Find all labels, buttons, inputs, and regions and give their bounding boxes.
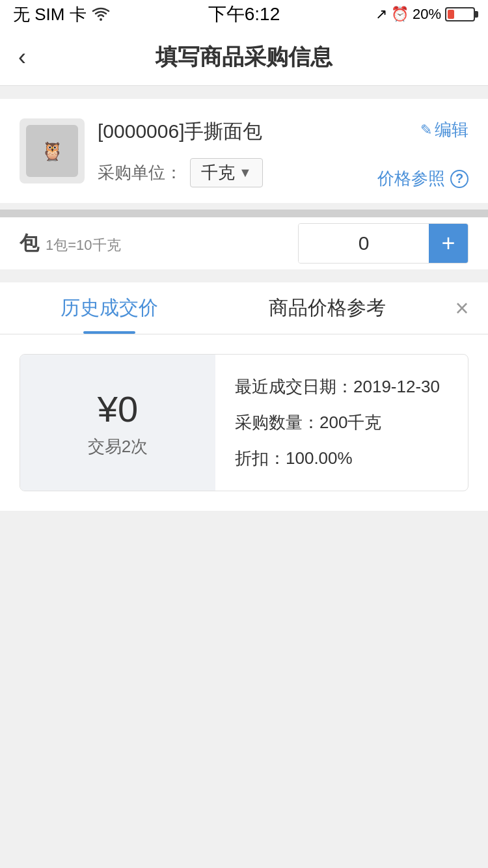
price-ref-button[interactable]: 价格参照 ? — [377, 167, 468, 190]
tab-header: 历史成交价 商品价格参考 × — [0, 282, 488, 334]
main-content — [0, 511, 488, 868]
price-transactions: 交易2次 — [88, 435, 148, 458]
price-discount: 折扣：100.00% — [235, 446, 448, 471]
quantity-conversion: 1包=10千克 — [46, 236, 121, 255]
tab-product-price-ref[interactable]: 商品价格参考 — [218, 282, 436, 334]
divider — [0, 210, 488, 217]
back-button[interactable]: ‹ — [18, 44, 26, 71]
price-recent-date: 最近成交日期：2019-12-30 — [235, 374, 448, 400]
edit-button[interactable]: ✎ 编辑 — [420, 118, 468, 141]
quantity-unit: 包 — [20, 230, 39, 257]
unit-select[interactable]: 千克 ▼ — [190, 158, 263, 187]
product-info: [0000006]手撕面包 采购单位： 千克 ▼ — [98, 118, 263, 187]
tab-history-price[interactable]: 历史成交价 — [0, 282, 218, 334]
carrier-text: 无 SIM 卡 — [13, 3, 87, 26]
quantity-control: + — [298, 223, 468, 264]
product-thumbnail: 🦉 — [26, 125, 78, 177]
gps-icon: ↗ — [375, 6, 387, 23]
wifi-icon — [92, 7, 110, 21]
tab-close-button[interactable]: × — [436, 282, 488, 334]
battery-text: 20% — [413, 6, 441, 23]
product-right-actions: ✎ 编辑 价格参照 ? — [377, 118, 468, 190]
quantity-section: 包 1包=10千克 + — [0, 217, 488, 269]
quantity-label-area: 包 1包=10千克 — [20, 230, 121, 257]
nav-bar: ‹ 填写商品采购信息 — [0, 29, 488, 86]
status-right: ↗ ⏰ 20% — [375, 6, 475, 23]
quantity-plus-button[interactable]: + — [429, 224, 468, 263]
status-carrier: 无 SIM 卡 — [13, 3, 110, 26]
alarm-icon: ⏰ — [391, 6, 409, 23]
tab-section: 历史成交价 商品价格参考 × ¥0 交易2次 最近成交日期：2019-12-30… — [0, 282, 488, 511]
unit-dropdown-arrow: ▼ — [239, 165, 252, 180]
nav-title: 填写商品采购信息 — [156, 42, 332, 72]
product-section: 🦉 [0000006]手撕面包 采购单位： 千克 ▼ ✎ 编辑 — [0, 99, 488, 203]
price-card-left: ¥0 交易2次 — [20, 355, 215, 491]
battery-icon — [445, 7, 475, 21]
product-name: [0000006]手撕面包 — [98, 118, 263, 145]
price-value: ¥0 — [98, 388, 138, 430]
price-purchase-qty: 采购数量：200千克 — [235, 410, 448, 435]
quantity-input[interactable] — [299, 224, 429, 263]
price-card: ¥0 交易2次 最近成交日期：2019-12-30 采购数量：200千克 折扣：… — [20, 354, 468, 491]
unit-label: 采购单位： — [98, 161, 182, 184]
status-bar: 无 SIM 卡 下午6:12 ↗ ⏰ 20% — [0, 0, 488, 29]
product-image: 🦉 — [20, 118, 85, 183]
price-ref-icon: ? — [450, 170, 468, 188]
svg-point-0 — [100, 18, 102, 21]
product-unit-row: 采购单位： 千克 ▼ — [98, 158, 263, 187]
status-time: 下午6:12 — [208, 2, 280, 27]
price-card-right: 最近成交日期：2019-12-30 采购数量：200千克 折扣：100.00% — [215, 355, 468, 491]
tab-content-history: ¥0 交易2次 最近成交日期：2019-12-30 采购数量：200千克 折扣：… — [0, 334, 488, 511]
